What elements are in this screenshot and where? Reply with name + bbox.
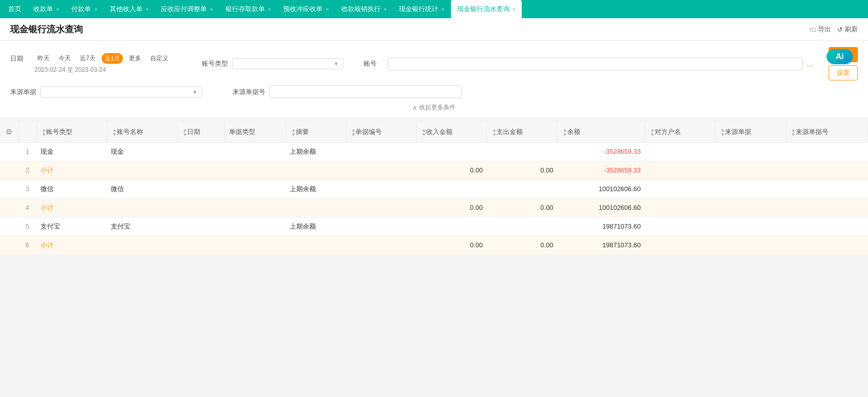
date-shortcut-button[interactable]: 更多: [126, 53, 144, 64]
cell-date: [177, 217, 225, 236]
cell-balance: 19871073.60: [557, 217, 645, 236]
row-index: 4: [18, 198, 36, 217]
cell-date: [177, 142, 225, 161]
cell-counterparty: [645, 161, 715, 180]
table-col-source_doc_no[interactable]: ▲▼来源单据号: [786, 122, 867, 142]
cell-balance: 100102606.60: [557, 180, 645, 198]
nav-tab[interactable]: 现金银行统计×: [393, 0, 450, 18]
cell-income: 0.00: [416, 198, 486, 217]
cell-source_doc: [715, 236, 786, 254]
table-col-expense[interactable]: ▲▼支出金额: [487, 122, 557, 142]
tab-close-icon[interactable]: ×: [268, 0, 271, 18]
nav-tab[interactable]: 现金银行流水查询×: [451, 0, 522, 18]
nav-home[interactable]: 首页: [2, 0, 27, 18]
nav-tab[interactable]: 收款单×: [27, 0, 65, 18]
cell-summary: 上期余额: [286, 142, 346, 161]
table-col-balance[interactable]: ▲▼余额: [557, 122, 645, 142]
table-col-counterparty[interactable]: ▲▼对方户名: [645, 122, 715, 142]
collapse-button[interactable]: ∧ 收起更多条件: [413, 103, 455, 112]
cell-doc_no: [346, 180, 416, 198]
chevron-down-icon: ▼: [333, 61, 339, 67]
tab-close-icon[interactable]: ×: [441, 0, 444, 18]
table-col-source_doc[interactable]: ▲▼来源单据: [715, 122, 786, 142]
refresh-button[interactable]: ↺ 刷新: [837, 25, 858, 34]
source-doc-no-input[interactable]: [269, 85, 462, 98]
source-doc-select[interactable]: ▼: [40, 86, 202, 98]
nav-tab[interactable]: 其他收入单×: [104, 0, 155, 18]
date-shortcut-button[interactable]: 今天: [56, 53, 74, 64]
date-shortcut-button[interactable]: 自定义: [147, 53, 171, 64]
collapse-bar: ∧ 收起更多条件: [10, 103, 858, 112]
export-icon: ↑□: [809, 26, 816, 33]
row-index: 3: [18, 180, 36, 198]
cell-doc_no: [346, 161, 416, 180]
tab-close-icon[interactable]: ×: [210, 0, 213, 18]
cell-income: [416, 180, 486, 198]
account-input[interactable]: [388, 58, 802, 70]
row-gear: [0, 161, 18, 180]
nav-tab[interactable]: 收款核销执行×: [335, 0, 393, 18]
table-col-account_type[interactable]: ▲▼账号类型: [36, 122, 107, 142]
table-col-date[interactable]: ▲▼日期: [177, 122, 225, 142]
cell-income: [416, 142, 486, 161]
cell-summary: [286, 236, 346, 254]
tab-close-icon[interactable]: ×: [146, 0, 149, 18]
collapse-up-icon: ∧: [413, 104, 417, 111]
cell-doc_no: [346, 198, 416, 217]
date-shortcut-button[interactable]: 近7天: [77, 53, 99, 64]
tab-close-icon[interactable]: ×: [384, 0, 387, 18]
row-index: 2: [18, 161, 36, 180]
table-col-summary[interactable]: ▲▼摘要: [286, 122, 346, 142]
tab-label: 收款单: [33, 0, 53, 18]
sort-icon: ▲▼: [351, 128, 356, 137]
date-label: 日期: [10, 54, 30, 63]
header-actions: ↑□ 导出 ↺ 刷新: [809, 25, 858, 34]
cell-account_type: 小计: [36, 236, 107, 254]
export-button[interactable]: ↑□ 导出: [809, 25, 831, 34]
tab-label: 其他收入单: [110, 0, 143, 18]
ai-badge[interactable]: Ai: [827, 49, 853, 64]
cell-doc_no: [346, 236, 416, 254]
cell-counterparty: [645, 198, 715, 217]
account-dots-button[interactable]: ...: [807, 59, 813, 68]
chevron-down-icon2: ▼: [192, 89, 198, 95]
table-row: 4小计0.000.00100102606.60: [0, 198, 868, 217]
table-col-account_name[interactable]: ▲▼账号名称: [107, 122, 177, 142]
sort-icon: ▲▼: [422, 128, 426, 137]
table-col-income[interactable]: ▲▼收入金额: [416, 122, 486, 142]
tab-close-icon[interactable]: ×: [94, 0, 97, 18]
date-shortcut-button[interactable]: 近1月: [102, 53, 123, 64]
nav-tab[interactable]: 银行存取款单×: [219, 0, 277, 18]
account-type-select[interactable]: ▼: [232, 58, 343, 69]
row-index: 1: [18, 142, 36, 161]
row-gear: [0, 142, 18, 161]
nav-tab[interactable]: 付款单×: [65, 0, 103, 18]
tab-close-icon[interactable]: ×: [56, 0, 59, 18]
date-shortcut-button[interactable]: 昨天: [34, 53, 53, 64]
gear-icon[interactable]: ⚙: [6, 127, 12, 136]
settings-button[interactable]: 设置: [829, 65, 858, 80]
cell-source_doc: [715, 217, 786, 236]
cell-balance: -3528659.33: [557, 142, 645, 161]
cell-income: 0.00: [416, 236, 486, 254]
row-gear: [0, 180, 18, 198]
tab-label: 预收冲应收单: [283, 0, 323, 18]
cell-doc_no: [346, 142, 416, 161]
table-row: 2小计0.000.00-3528659.33: [0, 161, 868, 180]
page-header: 现金银行流水查询 ↑□ 导出 ↺ 刷新: [0, 18, 868, 41]
cell-summary: 上期余额: [286, 217, 346, 236]
date-filter-group: 日期 昨天今天近7天近1月更多自定义 2023-02-24 至 2023-03-…: [10, 53, 171, 74]
cell-account_type: 现金: [36, 142, 107, 161]
tab-close-icon[interactable]: ×: [326, 0, 329, 18]
home-label: 首页: [8, 0, 21, 18]
nav-tab[interactable]: 预收冲应收单×: [277, 0, 335, 18]
cell-doc_no: [346, 217, 416, 236]
nav-tab[interactable]: 应收应付调整单×: [155, 0, 219, 18]
table-container: ⚙▲▼账号类型▲▼账号名称▲▼日期单据类型▲▼摘要▲▼单据编号▲▼收入金额▲▼支…: [0, 122, 868, 255]
tab-close-icon[interactable]: ×: [513, 0, 516, 18]
tab-label: 应收应付调整单: [161, 0, 207, 18]
sort-icon: ▲▼: [492, 128, 496, 137]
table-col-doc_no[interactable]: ▲▼单据编号: [346, 122, 416, 142]
cell-account_name: 现金: [107, 142, 177, 161]
account-type-label: 账号类型: [202, 59, 228, 68]
